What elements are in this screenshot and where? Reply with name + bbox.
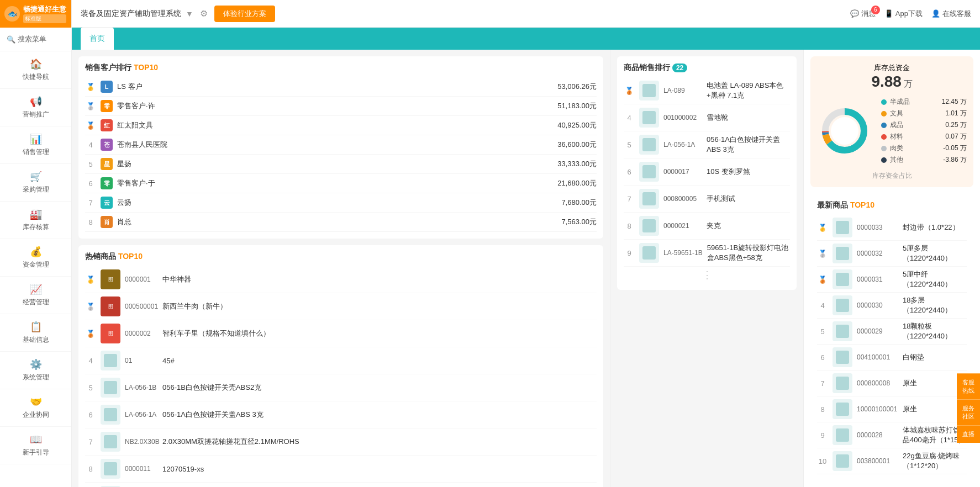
- newest-products-header: 最新商品 TOP10: [817, 200, 967, 210]
- settings-icon[interactable]: ⚙: [200, 8, 208, 19]
- trial-button[interactable]: 体验行业方案: [214, 6, 275, 22]
- product-name: 新西兰牛肉（新牛）: [162, 301, 597, 311]
- sidebar-item-nav[interactable]: 🏠 快捷导航: [0, 51, 71, 89]
- float-buttons: 客服热线 服务社区 直播: [957, 373, 980, 443]
- product-item: 8 0000011 12070519-xs: [85, 456, 597, 483]
- sidebar-item-basics[interactable]: 📋 基础信息: [0, 314, 71, 352]
- sales-ranking-header: 销售客户排行 TOP10: [85, 63, 597, 73]
- sidebar-item-operations[interactable]: 📈 经营管理: [0, 277, 71, 314]
- product-code: 0000032: [857, 250, 898, 257]
- product-code: 003800001: [857, 457, 898, 465]
- inventory-proportion-label: 库存资金占比: [817, 171, 967, 181]
- online-service-button[interactable]: 👤 在线客服: [931, 9, 971, 19]
- ranking-item: 🥉 红 红太阳文具 40,925.00元: [85, 116, 597, 135]
- tab-home[interactable]: 首页: [81, 28, 114, 50]
- product-sales-item: 9 LA-59651-1B 59651-1B旋转投影灯电池盒ABS黑色+58克: [624, 240, 790, 267]
- ranking-item: 🥈 零 零售客户·许 51,183.00元: [85, 97, 597, 116]
- product-name: 2.0X30MM双搓花轴搓花直径2.1MM/ROHS: [162, 437, 597, 447]
- sidebar-search[interactable]: 🔍 搜索菜单: [0, 28, 71, 51]
- legend-dot: [881, 111, 887, 117]
- finance-icon: 💰: [30, 246, 42, 258]
- live-button[interactable]: 直播: [957, 425, 980, 443]
- product-code: 0000029: [857, 327, 898, 335]
- hot-products-title: 热销商品 TOP10: [85, 252, 143, 262]
- product-sales-item: 4 001000002 雪地靴: [624, 104, 790, 131]
- right-panel: 库存总资金 9.88 万: [803, 50, 980, 487]
- sidebar-item-sales[interactable]: 📊 销售管理: [0, 126, 71, 164]
- product-item: 🥇 图 0000001 中华神器: [85, 266, 597, 293]
- sidebar-item-inventory[interactable]: 🏭 库存核算: [0, 202, 71, 239]
- newest-products-section: 最新商品 TOP10 🥇 0000033 封边带（1.0*22） 🥈 00000…: [810, 194, 973, 481]
- customer-service-button[interactable]: 客服热线: [957, 373, 980, 399]
- sidebar-nav: 🏠 快捷导航 📢 营销推广 📊 销售管理 🛒 采购管理 🏭 库存核算 💰 资金管…: [0, 51, 71, 487]
- customer-tag: 零: [101, 100, 113, 112]
- rank-trophy: 🥉: [817, 276, 828, 284]
- rank-trophy: 🥇: [817, 224, 828, 232]
- product-item: 4 01 45#: [85, 347, 597, 374]
- inventory-value: 9.88: [871, 73, 902, 90]
- system-dropdown-icon[interactable]: ▼: [186, 9, 193, 18]
- operations-icon: 📈: [30, 283, 42, 295]
- product-image-placeholder: [101, 378, 120, 398]
- inventory-unit: 万: [904, 79, 913, 88]
- product-code: 004100001: [857, 353, 898, 361]
- inventory-total: 库存总资金 9.88 万: [817, 63, 967, 91]
- product-item: 6 LA-056-1A 056-1A白色按键开关盖ABS 3克: [85, 401, 597, 428]
- ranking-item: 5 星 星扬 33,333.00元: [85, 155, 597, 174]
- product-code: 01: [125, 357, 158, 364]
- product-code: 0000011: [125, 465, 158, 473]
- sidebar: 🐟 畅捷通好生意 标准版 🔍 搜索菜单 🏠 快捷导航 📢 营销推广 📊 销售管理…: [0, 0, 72, 487]
- messages-button[interactable]: 💬 消息 6: [850, 9, 876, 19]
- donut-legend: 半成品 12.45 万 文具 1.01 万 成品 0.25 万: [881, 97, 967, 165]
- search-icon: 🔍: [7, 35, 15, 44]
- product-name: 056-1A白色按键开关盖ABS 3克: [162, 410, 597, 420]
- product-code: 0000017: [663, 168, 702, 176]
- donut-container: 半成品 12.45 万 文具 1.01 万 成品 0.25 万: [817, 97, 967, 165]
- rank-trophy: 🥉: [624, 87, 635, 95]
- sale-amount: 7,563.00元: [561, 217, 597, 227]
- sidebar-item-finance[interactable]: 💰 资金管理: [0, 239, 71, 277]
- product-image-placeholder: [101, 351, 120, 370]
- sidebar-item-cooperation[interactable]: 🤝 企业协同: [0, 389, 71, 427]
- sidebar-item-guide[interactable]: 📖 新手引导: [0, 427, 71, 464]
- nav-tabs: 首页: [72, 28, 980, 50]
- newest-products-title: 最新商品 TOP10: [817, 200, 874, 210]
- product-image: 图: [101, 269, 120, 289]
- rank-num: 6: [85, 411, 96, 419]
- system-selector[interactable]: 装备及固定资产辅助管理系统 ▼: [81, 9, 193, 19]
- sidebar-item-purchase[interactable]: 🛒 采购管理: [0, 164, 71, 202]
- search-menu-button[interactable]: 🔍 搜索菜单: [4, 32, 67, 46]
- legend-item-material: 材料 0.07 万: [881, 132, 967, 141]
- rank-trophy: 🥈: [817, 250, 828, 258]
- product-item: 🥉 图 0000002 智利车子里（规格不知道填什么）: [85, 320, 597, 347]
- product-item: 🥈 图 000500001 新西兰牛肉（新牛）: [85, 293, 597, 320]
- app-download-button[interactable]: 📱 App下载: [884, 9, 923, 19]
- ranking-item: 8 肖 肖总 7,563.00元: [85, 213, 597, 232]
- ranking-item: 6 零 零售客户·于 21,680.00元: [85, 174, 597, 193]
- svg-point-5: [831, 117, 858, 145]
- main-area: 装备及固定资产辅助管理系统 ▼ ⚙ 体验行业方案 💬 消息 6 📱 App下载 …: [72, 0, 980, 487]
- rank-num: 5: [85, 160, 96, 168]
- legend-item-finished: 成品 0.25 万: [881, 120, 967, 130]
- product-image-placeholder: [639, 108, 659, 128]
- sales-icon: 📊: [30, 133, 42, 145]
- ranking-item: 4 苍 苍南县人民医院 36,600.00元: [85, 135, 597, 155]
- sidebar-item-system[interactable]: ⚙️ 系统管理: [0, 352, 71, 389]
- product-image-placeholder: [833, 373, 852, 393]
- product-image-placeholder: [101, 459, 120, 479]
- sidebar-item-marketing[interactable]: 📢 营销推广: [0, 89, 71, 126]
- product-sales-title: 商品销售排行 22: [624, 63, 687, 73]
- rank-num: 7: [85, 199, 96, 207]
- customer-tag: 星: [101, 158, 113, 170]
- legend-dot: [881, 134, 887, 140]
- customer-name: 零售客户·于: [117, 178, 553, 188]
- customer-tag: 云: [101, 197, 113, 209]
- customer-tag: L: [101, 81, 113, 93]
- product-image-placeholder: [833, 451, 852, 471]
- new-product-item: 8 10000100001 原坐: [817, 396, 967, 422]
- new-product-item: 9 0000028 体城嘉枝味苏打饮品400毫升（1*15）: [817, 422, 967, 448]
- community-button[interactable]: 服务社区: [957, 399, 980, 425]
- product-image-placeholder: [639, 243, 659, 263]
- product-sales-item: 8 0000021 夹克: [624, 213, 790, 240]
- nav-icon: 🏠: [30, 58, 42, 70]
